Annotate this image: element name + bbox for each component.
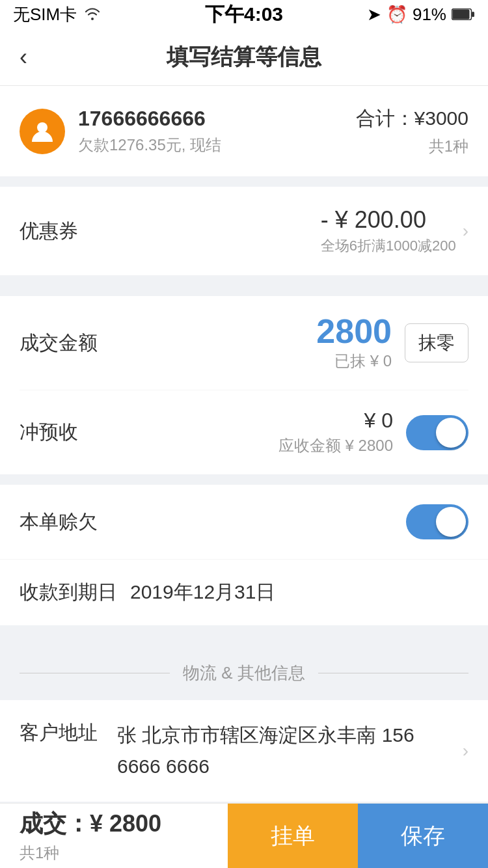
- section-break-1: [0, 474, 488, 485]
- address-chevron-icon: ›: [463, 740, 468, 761]
- back-button[interactable]: ‹: [20, 44, 27, 71]
- due-date-row: 收款到期日 2019年12月31日: [0, 559, 488, 625]
- amount-value-group: 2800 已抹 ¥ 0 抹零: [316, 314, 468, 372]
- toggle-knob: [436, 418, 466, 448]
- location-icon: ➤: [367, 5, 381, 25]
- battery-text: 91%: [413, 5, 446, 25]
- customer-total: 合计：¥3000: [356, 105, 468, 132]
- logistics-divider-left: [20, 673, 170, 673]
- bottom-total-prefix: 成交：: [20, 810, 90, 837]
- bottom-count: 共1种: [20, 843, 208, 863]
- battery-icon: [452, 5, 475, 25]
- avatar: [20, 109, 65, 154]
- prepay-label: 冲预收: [20, 419, 78, 446]
- due-date-label: 收款到期日: [20, 579, 117, 606]
- debt-toggle[interactable]: [406, 504, 468, 539]
- chevron-right-icon: ›: [463, 221, 468, 241]
- address-value: 张 北京市市辖区海淀区永丰南 156 6666 6666: [117, 720, 456, 782]
- debt-label: 本单赊欠: [20, 509, 98, 536]
- status-left: 无SIM卡: [13, 3, 102, 26]
- amount-sub: 已抹 ¥ 0: [316, 351, 392, 372]
- customer-phone: 17666666666: [78, 107, 221, 131]
- page-title: 填写结算等信息: [167, 42, 321, 72]
- amount-number: 2800: [316, 314, 392, 348]
- main-content: 17666666666 欠款1276.35元, 现结 合计：¥3000 共1种 …: [0, 86, 488, 868]
- nav-bar: ‹ 填写结算等信息: [0, 29, 488, 86]
- save-button[interactable]: 保存: [358, 804, 488, 868]
- customer-left: 17666666666 欠款1276.35元, 现结: [20, 107, 221, 156]
- coupon-row[interactable]: 优惠券 - ¥ 200.00 全场6折满1000减200 ›: [0, 187, 488, 275]
- logistics-section: 物流 & 其他信息: [0, 646, 488, 700]
- svg-point-3: [37, 122, 47, 133]
- svg-rect-1: [453, 9, 470, 19]
- coupon-amount: - ¥ 200.00: [321, 206, 456, 234]
- alarm-icon: ⏰: [386, 5, 407, 25]
- status-bar: 无SIM卡 下午4:03 ➤ ⏰ 91%: [0, 0, 488, 29]
- logistics-header: 物流 & 其他信息: [0, 646, 488, 700]
- prepay-toggle[interactable]: [406, 415, 468, 450]
- coupon-info: - ¥ 200.00 全场6折满1000减200: [321, 206, 456, 256]
- customer-card: 17666666666 欠款1276.35元, 现结 合计：¥3000 共1种: [0, 86, 488, 176]
- round-button[interactable]: 抹零: [405, 323, 468, 362]
- customer-debt: 欠款1276.35元, 现结: [78, 135, 221, 156]
- prepay-sub: 应收金额 ¥ 2800: [278, 435, 393, 456]
- address-label: 客户地址: [20, 720, 98, 746]
- svg-rect-2: [472, 12, 474, 17]
- carrier-text: 无SIM卡: [13, 3, 77, 26]
- amount-value-info: 2800 已抹 ¥ 0: [316, 314, 392, 372]
- section-break-2: [0, 625, 488, 636]
- prepay-row: 冲预收 ¥ 0 应收金额 ¥ 2800: [20, 390, 468, 474]
- bottom-total: 成交：¥ 2800: [20, 808, 208, 840]
- customer-right: 合计：¥3000 共1种: [356, 105, 468, 157]
- customer-count: 共1种: [356, 136, 468, 157]
- logistics-title: 物流 & 其他信息: [183, 662, 305, 685]
- logistics-divider-right: [318, 673, 468, 673]
- customer-info: 17666666666 欠款1276.35元, 现结: [78, 107, 221, 156]
- amount-row: 成交金额 2800 已抹 ¥ 0 抹零: [20, 296, 468, 390]
- amount-section: 成交金额 2800 已抹 ¥ 0 抹零 冲预收 ¥ 0 应收金额 ¥ 2800: [0, 296, 488, 474]
- due-date-value: 2019年12月31日: [130, 579, 275, 606]
- prepay-amount: ¥ 0: [278, 409, 393, 433]
- prepay-right: ¥ 0 应收金额 ¥ 2800: [278, 409, 468, 456]
- address-row[interactable]: 客户地址 张 北京市市辖区海淀区永丰南 156 6666 6666 ›: [0, 700, 488, 802]
- amount-label: 成交金额: [20, 330, 98, 357]
- bottom-bar: 成交：¥ 2800 共1种 挂单 保存: [0, 803, 488, 868]
- prepay-value-group: ¥ 0 应收金额 ¥ 2800: [278, 409, 393, 456]
- status-right: ➤ ⏰ 91%: [367, 5, 475, 25]
- coupon-right: - ¥ 200.00 全场6折满1000减200 ›: [321, 206, 468, 256]
- bottom-total-amount: ¥ 2800: [90, 810, 161, 837]
- bottom-info: 成交：¥ 2800 共1种: [0, 804, 228, 868]
- hold-button[interactable]: 挂单: [228, 804, 358, 868]
- coupon-label: 优惠券: [20, 218, 78, 245]
- debt-toggle-knob: [436, 507, 466, 537]
- coupon-desc: 全场6折满1000减200: [321, 236, 456, 256]
- section-divider-1: [0, 286, 488, 296]
- wifi-icon: [83, 5, 102, 25]
- debt-row: 本单赊欠: [0, 485, 488, 559]
- status-time: 下午4:03: [205, 1, 283, 28]
